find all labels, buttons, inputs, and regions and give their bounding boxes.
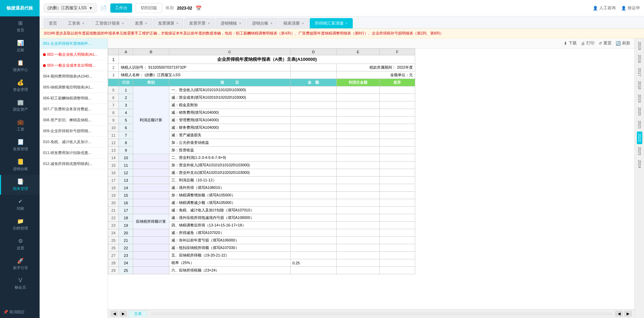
col-xuhao-header: 行次 [119, 79, 133, 86]
unpin-button[interactable]: 📌 取消固定 [0, 306, 40, 318]
sidebar-item-purchase-sales[interactable]: 📒 进销台账 [0, 155, 40, 175]
tab-salary[interactable]: 工资表 × [63, 18, 89, 28]
tab-invoice-calc[interactable]: 发票测算 × [153, 18, 184, 28]
tab-close-icon[interactable]: × [239, 22, 241, 25]
switch-old-button[interactable]: 切到旧版 [136, 3, 162, 13]
sidebar-item-general-ledger[interactable]: 📊 总账 [0, 36, 40, 56]
ledger-icon: 📊 [17, 40, 24, 46]
amount-unit-cell: 金额单位：元 [337, 71, 415, 79]
left-panel: 001-企业所得税年度纳税申... 002-一般企业收入明细表(A1... 00… [40, 38, 108, 318]
left-panel-item-010[interactable]: 010-免税、减计收入及加计... [40, 137, 108, 148]
spreadsheet-area: ⬇ 下载 🖨 打印 ↺ 重置 🔄 刷新 [108, 38, 634, 318]
tab-label: 发票测算 [158, 20, 174, 26]
year-item-2023[interactable]: 2023 [637, 145, 642, 157]
year-item-2019[interactable]: 2019 [637, 92, 642, 105]
tab-close-icon[interactable]: × [122, 22, 124, 25]
prev-sheet-button[interactable]: ◀ [111, 311, 118, 317]
year-item-2021[interactable]: 2021 [637, 119, 642, 131]
sidebar-item-label: 畅会员 [15, 285, 26, 290]
scroll-right-button[interactable]: ▶ [624, 311, 632, 317]
year-item-2019-top[interactable]: 2019 [637, 40, 642, 52]
tab-invoice-open[interactable]: 发票开票 × [184, 18, 215, 28]
col-chayi-header: 差异 [379, 79, 415, 86]
col-b-header: B [133, 49, 169, 55]
year-item-2016[interactable]: 2016 [637, 53, 642, 65]
tab-invoice[interactable]: 发票 × [130, 18, 152, 28]
year-item-2022[interactable]: 2022 [637, 132, 642, 144]
title-row: 1 企业所得税年度纳税申报表（A类）主表(A100000) [108, 55, 415, 64]
col-d-header: D [290, 49, 337, 55]
refresh-button[interactable]: 🔄 刷新 [616, 40, 630, 46]
tab-close-icon[interactable]: × [302, 22, 304, 25]
tab-close-icon[interactable]: × [177, 22, 179, 25]
tab-close-icon[interactable]: × [82, 22, 84, 25]
taxpayer-id-row: 2 纳税人识别号： 91320500703719732P 税款所属期间： 202… [108, 64, 415, 71]
company-selector[interactable]: (勿删）江西服宝-LSS ▼ [44, 3, 97, 13]
left-panel-item-005[interactable]: 005-纳税调整项目明细表(A1... [40, 82, 108, 93]
scroll-left-button[interactable]: ◀ [615, 311, 623, 317]
sidebar-item-member[interactable]: V 畅会员 [0, 274, 40, 293]
year-item-2018[interactable]: 2018 [637, 79, 642, 91]
sidebar-item-settings[interactable]: ⚙ 设置 [0, 234, 40, 254]
tab-close-icon[interactable]: × [270, 22, 272, 25]
left-panel-item-003[interactable]: 003-一般企业成本支出明细... [40, 60, 108, 71]
left-panel-item-011[interactable]: 011-研发费用加计扣除优惠... [40, 148, 108, 158]
doc-icon: 📄 [100, 5, 107, 11]
sheet-tab-main[interactable]: 主表 [128, 310, 148, 317]
horizontal-scrollbar[interactable] [150, 313, 613, 315]
error-dot [43, 64, 46, 67]
left-panel-item-012[interactable]: 012-减免所得税优惠明细表(... [40, 158, 108, 169]
sidebar-item-settlement[interactable]: ✔ 结账 [0, 195, 40, 215]
tab-salary-stats[interactable]: 工资统计报表 × [90, 18, 129, 28]
left-panel-item-006[interactable]: 006-职工薪酬纳税调整明细... [40, 93, 108, 104]
user-avatar[interactable]: 👤 徐运华 [621, 5, 640, 11]
sidebar-item-fixed-assets[interactable]: 🏢 固定资产 [0, 96, 40, 115]
item-label: 007-广告费和业务宣传费超... [43, 107, 91, 112]
tab-tax-clear[interactable]: 税表清册 × [278, 18, 309, 28]
table-row: 17 13 三、利润总额（10-11-12） [108, 177, 415, 184]
main-table: A B C D E F 1 企业所得税年度纳税申 [108, 49, 415, 274]
row-empty-header [108, 79, 119, 86]
sidebar-item-capital[interactable]: 💰 资金管理 [0, 76, 40, 96]
left-panel-item-001[interactable]: 001-企业所得税年度纳税申... [40, 38, 108, 49]
sidebar-item-archive[interactable]: 📁 归档管理 [0, 215, 40, 234]
col-e-header: E [337, 49, 379, 55]
tab-sales-ledger[interactable]: 进销台账 × [247, 18, 278, 28]
ai-consult-button[interactable]: 👤 人工咨询 [593, 5, 616, 11]
left-panel-item-004[interactable]: 004-期间费用明细表(A1040... [40, 71, 108, 82]
taxpayer-id-cell: 纳税人识别号： 91320500703719732P [119, 64, 290, 71]
tab-close-icon[interactable]: × [145, 22, 147, 25]
left-panel-item-007[interactable]: 007-广告费和业务宣传费超... [40, 104, 108, 115]
year-item-2020[interactable]: 2020 [637, 105, 642, 117]
spreadsheet-wrapper[interactable]: A B C D E F 1 企业所得税年度纳税申 [108, 49, 634, 309]
sidebar-item-home[interactable]: ⊞ 首页 [0, 16, 40, 36]
tab-purchase-audit[interactable]: 进销稽核 × [215, 18, 246, 28]
sidebar-item-report-center[interactable]: 📋 报表中心 [0, 56, 40, 76]
sidebar: 畅捷通易代账 ⊞ 首页 📊 总账 📋 报表中心 💰 资金管理 🏢 固定资产 💼 … [0, 0, 40, 318]
sidebar-item-label: 设置 [17, 246, 24, 251]
notice-bar: 2019年度步及取以前年度延续数据的申报表单元格需要手工维护正确，才能保证本年及… [40, 29, 644, 38]
tab-home[interactable]: 首页 [44, 18, 62, 28]
workbench-button[interactable]: 工作台 [110, 3, 132, 13]
sidebar-item-salary[interactable]: 💼 工资 [0, 115, 40, 135]
left-panel-item-008[interactable]: 008-资产折旧、摊销及纳税... [40, 115, 108, 126]
tab-income-tax[interactable]: 所得税汇算清缴 × [310, 18, 353, 28]
year-item-2017[interactable]: 2017 [637, 66, 642, 78]
sidebar-item-label: 固定资产 [13, 107, 28, 112]
sidebar-item-guide[interactable]: 🚀 新手引导 [0, 254, 40, 274]
row-num-3: 3 [108, 71, 119, 79]
sidebar-item-invoice-mgmt[interactable]: 🧾 发票管理 [0, 135, 40, 155]
tab-close-icon[interactable]: × [346, 22, 348, 25]
sidebar-item-tax-mgmt[interactable]: 📑 税务管理 [0, 175, 40, 195]
reset-button[interactable]: ↺ 重置 [599, 40, 612, 46]
download-button[interactable]: ⬇ 下载 [564, 40, 577, 46]
tab-close-icon[interactable]: × [208, 22, 210, 25]
print-button[interactable]: 🖨 打印 [581, 40, 594, 46]
year-item-2024[interactable]: 2024 [637, 158, 642, 170]
print-icon: 🖨 [581, 41, 585, 46]
col-a-header: A [119, 49, 133, 55]
next-sheet-button[interactable]: ▶ [120, 311, 127, 317]
left-panel-item-002[interactable]: 002-一般企业收入明细表(A1... [40, 49, 108, 60]
table-row: 29 25 六、应纳所得税额（23×24） [108, 267, 415, 274]
left-panel-item-009[interactable]: 009-企业所得税补亏损明细... [40, 126, 108, 137]
